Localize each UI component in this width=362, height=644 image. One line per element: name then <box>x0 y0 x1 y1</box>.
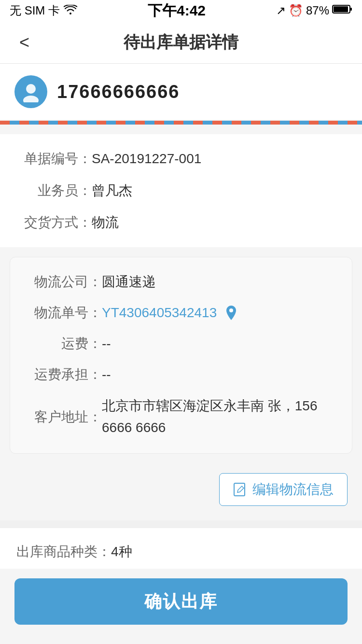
svg-rect-2 <box>350 8 352 11</box>
tracking-row: 物流单号： YT43064053424​13 <box>25 303 337 323</box>
location-icon: ↗ <box>276 4 286 17</box>
wifi-icon <box>64 4 77 17</box>
staff-value: 曾凡杰 <box>92 181 348 201</box>
status-time: 下午4:42 <box>148 1 206 21</box>
delivery-value: 物流 <box>92 212 348 233</box>
freight-bear-label: 运费承担： <box>25 364 102 385</box>
logistics-company-value: 圆通速递 <box>102 272 337 292</box>
svg-rect-1 <box>334 6 348 12</box>
goods-type-value: 4种 <box>111 543 348 561</box>
order-info-section: 单据编号： SA-20191227-001 业务员： 曾凡杰 交货方式： 物流 <box>0 134 362 247</box>
freight-label: 运费： <box>25 334 102 354</box>
status-left: 无 SIM 卡 <box>10 3 77 18</box>
battery-icon <box>332 4 352 17</box>
order-number-value: SA-20191227-001 <box>92 149 348 169</box>
freight-value: -- <box>102 334 337 354</box>
edit-logistics-button[interactable]: 编辑物流信息 <box>219 473 348 506</box>
edit-logistics-label: 编辑物流信息 <box>252 480 334 499</box>
status-bar: 无 SIM 卡 下午4:42 ↗ ⏰ 87% <box>0 0 362 21</box>
logistics-company-label: 物流公司： <box>25 272 102 292</box>
tracking-value: YT43064053424​13 <box>102 303 217 323</box>
alarm-icon: ⏰ <box>289 4 303 17</box>
staff-label: 业务员： <box>14 181 92 201</box>
freight-bear-row: 运费承担： -- <box>25 364 337 385</box>
tracking-label: 物流单号： <box>25 303 102 323</box>
carrier-text: 无 SIM 卡 <box>10 3 60 18</box>
order-number-label: 单据编号： <box>14 149 92 169</box>
edit-logistics-wrap: 编辑物流信息 <box>0 463 362 520</box>
customer-header: 17666666666 <box>0 64 362 120</box>
freight-bear-value: -- <box>102 364 337 385</box>
staff-row: 业务员： 曾凡杰 <box>14 181 348 201</box>
location-pin-icon[interactable] <box>223 304 240 322</box>
address-row: 客户地址： 北京市市辖区海淀区永丰南 张，156 6666 6666 <box>25 395 337 439</box>
svg-point-5 <box>229 308 233 312</box>
goods-type-label: 出库商品种类： <box>14 543 111 561</box>
nav-bar: < 待出库单据详情 <box>0 21 362 64</box>
avatar <box>14 75 47 108</box>
page-title: 待出库单据详情 <box>124 31 238 54</box>
logistics-card: 物流公司： 圆通速递 物流单号： YT43064053424​13 运费： --… <box>10 257 352 454</box>
status-right: ↗ ⏰ 87% <box>276 4 352 17</box>
delivery-row: 交货方式： 物流 <box>14 212 348 233</box>
back-button[interactable]: < <box>14 28 34 57</box>
delivery-label: 交货方式： <box>14 212 92 233</box>
order-number-row: 单据编号： SA-20191227-001 <box>14 149 348 169</box>
confirm-outbound-button[interactable]: 确认出库 <box>14 578 348 625</box>
battery-text: 87% <box>306 4 329 17</box>
tracking-value-wrap: YT43064053424​13 <box>102 303 240 323</box>
address-label: 客户地址： <box>25 407 102 427</box>
freight-row: 运费： -- <box>25 334 337 354</box>
edit-icon <box>233 482 248 497</box>
section-divider <box>0 520 362 528</box>
customer-phone: 17666666666 <box>57 82 180 102</box>
svg-rect-6 <box>234 483 245 496</box>
svg-point-3 <box>26 84 36 94</box>
address-value: 北京市市辖区海淀区永丰南 张，156 6666 6666 <box>102 395 337 439</box>
svg-point-4 <box>23 96 39 102</box>
logistics-company-row: 物流公司： 圆通速递 <box>25 272 337 292</box>
dashed-divider <box>0 121 362 125</box>
confirm-btn-bar: 确认出库 <box>0 569 362 644</box>
goods-type-row: 出库商品种类： 4种 <box>14 543 348 561</box>
